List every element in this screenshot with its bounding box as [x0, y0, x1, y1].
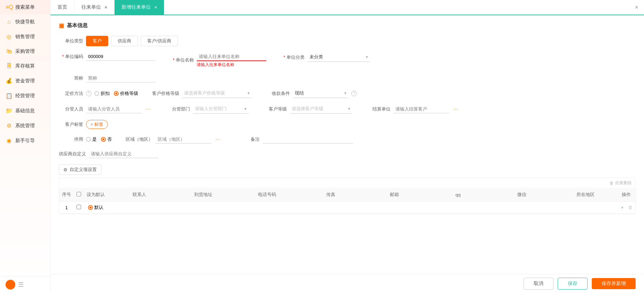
payment-terms-select[interactable]: 现结 ▾ — [293, 89, 348, 98]
sidebar-item-inventory[interactable]: 🗄 库存核算 — [0, 59, 50, 73]
region-more-btn[interactable]: ··· — [214, 136, 221, 143]
sidebar: ≡Q 搜索菜单 ⌂ 快捷导航 ◎ 销售管理 🛍 采购管理 🗄 库存核算 💰 资金… — [0, 0, 50, 293]
unit-type-row: 单位类型 客户 供应商 客户/供应商 — [59, 36, 636, 46]
sales-icon: ◎ — [6, 33, 13, 40]
unit-name-input[interactable] — [197, 52, 266, 61]
phone-input[interactable] — [238, 205, 296, 210]
batch-delete-btn[interactable]: 🗑 批量删除 — [610, 180, 632, 186]
tab-new-partner-close[interactable]: × — [154, 5, 157, 10]
expand-icon[interactable]: ☰ — [18, 281, 24, 288]
add-row-btn[interactable]: ＋ — [620, 205, 625, 210]
payment-help-icon[interactable]: ? — [351, 91, 357, 96]
customer-price-level-select[interactable]: 请选择客户价格等级 ▾ — [182, 89, 252, 98]
operations-icon: 📋 — [6, 92, 13, 99]
delete-row-btn[interactable]: 🗑 — [628, 205, 633, 210]
td-address — [171, 202, 235, 214]
department-placeholder: 请输入分管部门 — [195, 106, 243, 112]
sidebar-item-operations[interactable]: 📋 经营管理 — [0, 88, 50, 103]
cancel-button[interactable]: 取消 — [524, 278, 553, 290]
settlement-unit-input[interactable] — [393, 105, 449, 113]
radio-no-label: 否 — [107, 136, 112, 143]
department-select[interactable]: 请输入分管部门 ▾ — [193, 104, 249, 114]
unit-btn-supplier[interactable]: 供应商 — [111, 36, 138, 46]
save-new-button[interactable]: 保存并新增 — [592, 278, 636, 289]
unit-type-label: 单位类型 — [59, 38, 83, 44]
sidebar-item-sales[interactable]: ◎ 销售管理 — [0, 29, 50, 44]
supplier-custom-input[interactable] — [89, 150, 158, 158]
radio-grade-label: 价格等级 — [120, 90, 138, 97]
table-header-actions: 🗑 批量删除 — [59, 178, 635, 188]
wechat-input[interactable] — [493, 205, 551, 210]
sidebar-item-purchase[interactable]: 🛍 采购管理 — [0, 44, 50, 59]
search-menu-icon: ≡Q — [6, 4, 13, 10]
payment-terms-label: 收款条件 — [266, 90, 290, 97]
qq-input[interactable] — [429, 205, 487, 210]
remark-label: 备注 — [235, 136, 260, 143]
supplier-custom-label: 供应商自定义 — [59, 151, 86, 157]
pricing-help-icon[interactable]: ? — [86, 91, 92, 96]
email-input[interactable] — [365, 205, 423, 210]
th-fax: 传真 — [299, 188, 362, 202]
th-index: 序号 — [59, 188, 74, 202]
row-region-input[interactable] — [556, 205, 614, 210]
unit-code-label: 单位编码 — [59, 54, 83, 60]
tab-bar-close[interactable]: × — [635, 4, 644, 11]
payment-chevron: ▾ — [344, 91, 346, 96]
radio-yes[interactable]: 是 — [86, 136, 97, 143]
sidebar-item-guide[interactable]: ◉ 新手引导 — [0, 133, 50, 148]
region-input[interactable] — [156, 135, 211, 144]
code-name-category-row: 单位编码 单位名称 请输入往来单位名称 单位分类 未分类 ▾ — [59, 52, 636, 68]
radio-discount[interactable]: 折扣 — [94, 90, 110, 97]
th-contact: 联系人 — [108, 188, 171, 202]
disabled-radio-group: 是 否 — [86, 136, 112, 143]
manager-input[interactable] — [86, 105, 142, 113]
remark-input[interactable] — [262, 135, 353, 144]
unit-code-field: 单位编码 — [59, 52, 156, 61]
settlement-more-btn[interactable]: ··· — [452, 106, 459, 112]
unit-category-label: 单位分类 — [280, 54, 305, 60]
add-tag-btn[interactable]: + 标签 — [86, 120, 108, 129]
radio-no[interactable]: 否 — [101, 136, 112, 143]
table-row: 1 默认 — [59, 202, 635, 214]
sidebar-item-label: 经营管理 — [15, 93, 35, 99]
select-all-checkbox[interactable] — [77, 192, 81, 196]
fax-input[interactable] — [301, 205, 360, 210]
sidebar-item-finance[interactable]: 💰 资金管理 — [0, 73, 50, 88]
abbreviation-input[interactable] — [86, 74, 156, 82]
unit-btn-customer[interactable]: 客户 — [86, 36, 108, 46]
tab-home[interactable]: 首页 — [50, 0, 74, 15]
sidebar-item-basic-info[interactable]: 📁 基础信息 — [0, 103, 50, 118]
unit-category-select[interactable]: 未分类 ▾ — [307, 52, 370, 62]
tab-partners[interactable]: 往来单位 × — [74, 0, 115, 15]
contact-input[interactable] — [110, 205, 168, 210]
dept-chevron: ▾ — [244, 106, 246, 111]
row-checkbox[interactable] — [77, 205, 81, 209]
tab-bar: 首页 往来单位 × 新增往来单位 × × — [50, 0, 644, 15]
system-icon: ⚙ — [6, 122, 13, 129]
price-level-chevron: ▾ — [248, 91, 250, 96]
custom-setting-btn[interactable]: ⚙ 自定义项设置 — [59, 164, 101, 175]
chevron-down-icon: ▾ — [366, 55, 368, 59]
sidebar-item-search[interactable]: ≡Q 搜索菜单 — [0, 0, 50, 15]
sidebar-item-system[interactable]: ⚙ 系统管理 — [0, 118, 50, 133]
radio-grade[interactable]: 价格等级 — [114, 90, 138, 97]
default-radio[interactable]: 默认 — [87, 204, 105, 211]
pricing-method-field: 定价方法 ? 折扣 价格等级 — [59, 90, 138, 97]
settlement-unit-field: 结算单位 ··· — [366, 105, 459, 113]
td-checkbox — [74, 202, 84, 214]
unit-btn-both[interactable]: 客户/供应商 — [141, 36, 178, 46]
unit-code-input[interactable] — [86, 52, 156, 61]
radio-discount-label: 折扣 — [101, 90, 110, 97]
address-input[interactable] — [174, 205, 232, 210]
sidebar-item-label: 库存核算 — [15, 63, 35, 69]
unit-name-field: 单位名称 请输入往来单位名称 — [170, 52, 266, 68]
pricing-method-label: 定价方法 — [59, 90, 83, 97]
radio-no-circle — [101, 137, 106, 142]
tab-partners-close[interactable]: × — [104, 5, 107, 10]
sidebar-item-quick-nav[interactable]: ⌂ 快捷导航 — [0, 15, 50, 29]
tab-new-partner[interactable]: 新增往来单位 × — [115, 0, 164, 15]
customer-level-select[interactable]: 请选择客户等级 ▾ — [290, 104, 352, 114]
manager-more-btn[interactable]: ··· — [144, 106, 152, 112]
save-button[interactable]: 保存 — [558, 278, 588, 290]
unit-category-field: 单位分类 未分类 ▾ — [280, 52, 370, 62]
